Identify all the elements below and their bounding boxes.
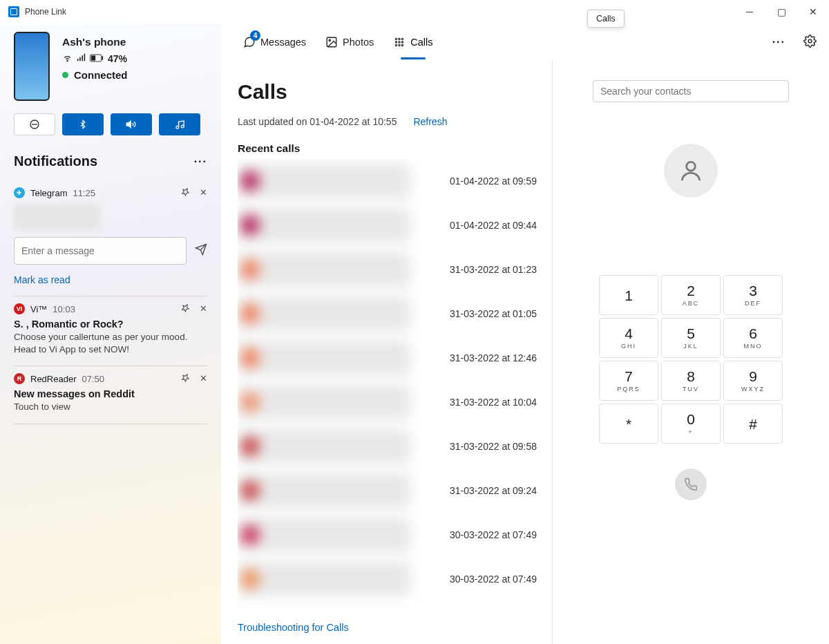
dial-key-6[interactable]: 6MNO xyxy=(723,318,783,358)
svg-point-15 xyxy=(399,38,400,39)
call-row[interactable]: 31-03-2022 at 10:04 xyxy=(238,380,552,424)
tab-messages[interactable]: 4 Messages xyxy=(234,23,316,61)
svg-point-21 xyxy=(399,44,400,46)
dial-key-2[interactable]: 2ABC xyxy=(661,275,721,315)
dial-key-letters: MNO xyxy=(744,343,763,350)
svg-point-22 xyxy=(402,44,403,46)
close-button[interactable]: ✕ xyxy=(797,0,829,23)
call-row[interactable]: 30-03-2022 at 07:49 xyxy=(238,513,552,557)
dismiss-button[interactable]: ✕ xyxy=(200,303,207,314)
dial-key-letters: + xyxy=(688,428,693,435)
call-row[interactable]: 01-04-2022 at 09:44 xyxy=(238,203,552,247)
svg-point-0 xyxy=(67,60,68,61)
dial-key-5[interactable]: 5JKL xyxy=(661,318,721,358)
gear-icon xyxy=(803,35,817,48)
sidebar: Ash's phone 47% Connected xyxy=(0,23,221,644)
dial-key-3[interactable]: 3DEF xyxy=(723,275,783,315)
troubleshoot-link[interactable]: Troubleshooting for Calls xyxy=(238,614,552,644)
dial-key-number: 1 xyxy=(625,288,633,303)
svg-point-13 xyxy=(329,39,330,41)
dial-key-1[interactable]: 1 xyxy=(599,275,658,315)
dial-key-4[interactable]: 4GHI xyxy=(599,318,658,358)
call-time: 01-04-2022 at 09:59 xyxy=(450,176,537,187)
call-button[interactable] xyxy=(675,468,707,500)
more-button[interactable]: ··· xyxy=(772,36,785,48)
maximize-button[interactable]: ▢ xyxy=(765,0,797,23)
call-row[interactable]: 01-04-2022 at 09:59 xyxy=(238,159,552,203)
content: Calls 4 Messages Photos Calls ··· xyxy=(221,23,829,644)
recent-calls-list: 01-04-2022 at 09:59 01-04-2022 at 09:44 … xyxy=(238,159,552,614)
svg-point-23 xyxy=(808,39,812,43)
call-time: 31-03-2022 at 09:58 xyxy=(450,441,537,452)
call-row[interactable]: 31-03-2022 at 09:24 xyxy=(238,468,552,513)
dial-key-number: 8 xyxy=(687,369,695,383)
pin-button[interactable] xyxy=(181,187,190,198)
notification-app-name: Telegram xyxy=(30,188,67,198)
phone-image xyxy=(14,32,50,101)
search-contacts-input[interactable] xyxy=(593,80,789,102)
call-row[interactable]: 31-03-2022 at 01:23 xyxy=(238,247,552,292)
tab-calls-label: Calls xyxy=(410,37,432,48)
settings-button[interactable] xyxy=(803,35,817,50)
notification-preview xyxy=(14,204,101,230)
dial-key-number: 3 xyxy=(749,283,757,298)
call-contact-redacted xyxy=(238,518,410,552)
messages-badge: 4 xyxy=(250,30,260,41)
dial-key-number: 6 xyxy=(749,326,757,341)
volume-button[interactable] xyxy=(111,113,152,135)
dismiss-button[interactable]: ✕ xyxy=(200,373,207,384)
dial-key-letters: TUV xyxy=(683,386,699,392)
photos-icon xyxy=(325,36,338,48)
dial-key-letters: GHI xyxy=(621,343,636,350)
refresh-link[interactable]: Refresh xyxy=(413,116,447,127)
status-dot-icon xyxy=(62,72,68,78)
dnd-button[interactable] xyxy=(14,113,55,135)
pin-button[interactable] xyxy=(181,373,190,384)
dial-key-*[interactable]: * xyxy=(599,404,658,444)
call-row[interactable]: 31-03-2022 at 01:05 xyxy=(238,292,552,336)
svg-rect-3 xyxy=(82,55,83,61)
notification-item[interactable]: R RedReader 07:50 ✕ New messages on Redd… xyxy=(14,366,207,424)
music-button[interactable] xyxy=(159,113,200,135)
notification-time: 07:50 xyxy=(82,374,105,384)
dial-key-number: 0 xyxy=(687,412,695,426)
call-row[interactable]: 30-03-2022 at 07:49 xyxy=(238,557,552,601)
phone-controls xyxy=(14,113,207,135)
minimize-button[interactable]: ─ xyxy=(734,0,765,23)
dial-key-letters: JKL xyxy=(683,343,698,350)
mark-as-read-link[interactable]: Mark as read xyxy=(14,274,70,285)
notification-item[interactable]: VI Vi™ 10:03 ✕ S. , Romantic or Rock? Ch… xyxy=(14,296,207,366)
notification-app-icon: ✈ xyxy=(14,187,25,198)
dismiss-button[interactable]: ✕ xyxy=(200,187,207,198)
dial-key-7[interactable]: 7PQRS xyxy=(599,361,658,401)
notification-item[interactable]: ✈ Telegram 11:25 ✕ Mark as read xyxy=(14,180,207,296)
tabs: Calls 4 Messages Photos Calls ··· xyxy=(221,23,829,61)
reply-input[interactable] xyxy=(14,237,187,265)
call-row[interactable]: 31-03-2022 at 12:46 xyxy=(238,336,552,380)
pin-button[interactable] xyxy=(181,303,190,314)
svg-rect-2 xyxy=(79,57,81,61)
bluetooth-button[interactable] xyxy=(62,113,104,135)
svg-point-16 xyxy=(402,38,403,39)
dial-key-8[interactable]: 8TUV xyxy=(661,361,721,401)
notification-app-name: RedReader xyxy=(30,374,77,384)
notifications-more-button[interactable]: ··· xyxy=(194,155,207,168)
notification-body: Touch to view xyxy=(14,401,207,413)
tab-tooltip: Calls xyxy=(587,10,625,28)
tab-photos[interactable]: Photos xyxy=(316,23,383,61)
tab-messages-label: Messages xyxy=(260,37,306,48)
dial-key-number: # xyxy=(749,417,757,431)
notification-body: Choose your callertune as per your mood.… xyxy=(14,331,207,356)
svg-rect-1 xyxy=(77,59,79,61)
dial-key-9[interactable]: 9WXYZ xyxy=(723,361,783,401)
battery-pct: 47% xyxy=(108,53,127,64)
dialer-panel: 12ABC3DEF4GHI5JKL6MNO7PQRS8TUV9WXYZ*0+# xyxy=(553,61,829,644)
dial-key-#[interactable]: # xyxy=(723,404,783,444)
dialpad: 12ABC3DEF4GHI5JKL6MNO7PQRS8TUV9WXYZ*0+# xyxy=(599,275,783,444)
call-time: 31-03-2022 at 09:24 xyxy=(450,485,537,496)
call-row[interactable]: 31-03-2022 at 09:58 xyxy=(238,424,552,468)
tab-calls[interactable]: Calls xyxy=(383,23,442,61)
send-button[interactable] xyxy=(195,243,207,258)
dial-key-number: 5 xyxy=(687,326,695,341)
dial-key-0[interactable]: 0+ xyxy=(661,404,721,444)
